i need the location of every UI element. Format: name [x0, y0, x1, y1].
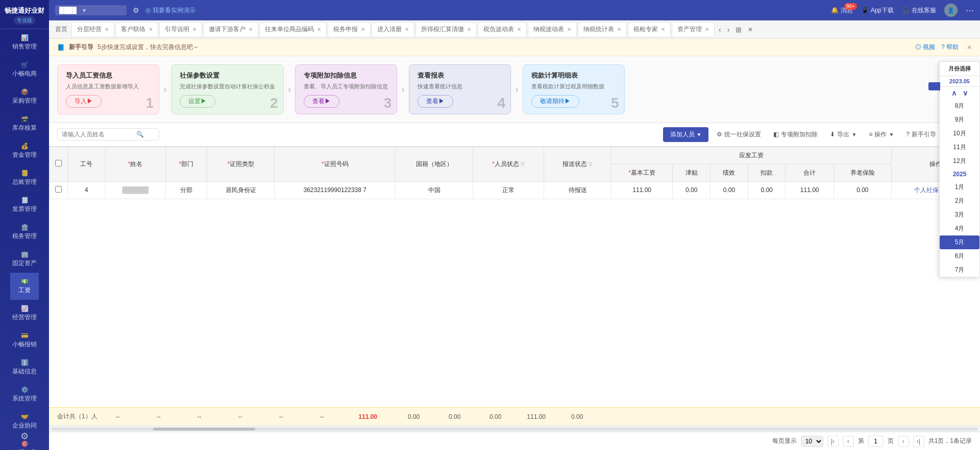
guide-help-link[interactable]: ? 帮助: [941, 43, 959, 52]
sidebar-item-发票管理[interactable]: 🧾发票管理: [10, 192, 39, 219]
row-checkbox[interactable]: [55, 186, 62, 193]
wizard-step-btn-4[interactable]: 查看▶: [418, 95, 453, 108]
personal-insurance-link[interactable]: 个人社保: [914, 186, 939, 194]
tab-close-icon[interactable]: ✕: [149, 27, 153, 32]
tab-税务申报[interactable]: 税务申报✕: [328, 22, 371, 37]
next-page-btn[interactable]: ›: [898, 436, 909, 447]
tab-close-icon[interactable]: ✕: [517, 27, 521, 32]
status-filter-icon[interactable]: ▽: [521, 161, 525, 167]
prev-page-btn[interactable]: ‹: [843, 436, 854, 447]
app-download-btn[interactable]: 📱 App下载: [861, 6, 894, 15]
scroll-track[interactable]: [51, 428, 978, 431]
tab-close-icon[interactable]: ✕: [105, 27, 109, 32]
tab-close-icon[interactable]: ✕: [661, 27, 665, 32]
sidebar-item-总账管理[interactable]: 📒总账管理: [10, 164, 39, 192]
tab-close-all[interactable]: ✕: [745, 26, 756, 33]
wizard-step-btn-3[interactable]: 查看▶: [304, 95, 339, 108]
sidebar-item-小畅电商[interactable]: 🛒小畅电商: [10, 56, 39, 83]
guide-video-link[interactable]: ◎ 视频: [915, 43, 935, 52]
page-number-input[interactable]: [868, 436, 884, 447]
tab-往来单位商品编码[interactable]: 往来单位商品编码✕: [259, 22, 327, 37]
month-item-1月[interactable]: 1月: [940, 180, 979, 194]
sidebar-item-资金管理[interactable]: 💰资金管理: [10, 137, 39, 164]
tab-close-icon[interactable]: ✕: [705, 27, 709, 32]
settings-icon[interactable]: ⚙: [133, 6, 139, 14]
tab-纳税波动表[interactable]: 纳税波动表✕: [528, 22, 577, 37]
message-btn[interactable]: 🔔 消息 99+: [831, 6, 853, 15]
month-item-9月[interactable]: 9月: [940, 113, 979, 127]
tab-分层经营[interactable]: 分层经营✕: [71, 22, 114, 37]
sidebar-item-工资[interactable]: 💵工资: [10, 273, 39, 300]
tab-close-icon[interactable]: ✕: [192, 27, 197, 32]
month-item-7月[interactable]: 7月: [940, 263, 979, 277]
wizard-step-desc-1: 人员信息及工资数据新增导入: [66, 82, 151, 91]
scroll-thumb[interactable]: [153, 428, 255, 431]
sidebar-item-系统管理[interactable]: ⚙️系统管理: [10, 381, 39, 408]
sidebar-item-库存核算[interactable]: 🗃️库存核算: [10, 110, 39, 137]
month-item-2月[interactable]: 2月: [940, 194, 979, 208]
month-item-4月[interactable]: 4月: [940, 222, 979, 235]
sidebar-item-税务管理[interactable]: 🏛️税务管理: [10, 219, 39, 246]
tab-客户联络[interactable]: 客户联络✕: [115, 22, 158, 37]
month-item-10月[interactable]: 10月: [940, 127, 979, 140]
tab-close-icon[interactable]: ✕: [317, 27, 321, 32]
export-btn[interactable]: ⬇ 导出 ▼: [826, 128, 861, 141]
search-icon[interactable]: 🔍: [136, 131, 144, 138]
tab-邀请下游客户[interactable]: 邀请下游客户✕: [203, 22, 258, 37]
sidebar-item-采购管理[interactable]: 📦采购管理: [10, 83, 39, 110]
last-page-btn[interactable]: ›|: [913, 436, 924, 447]
guide-btn[interactable]: ? 新手引导: [902, 128, 940, 141]
tab-所得税汇算清缴[interactable]: 所得税汇算清缴✕: [415, 22, 477, 37]
guide-close-btn[interactable]: ✕: [967, 44, 972, 51]
tab-nav-right[interactable]: ›: [724, 26, 733, 34]
sidebar-item-小畅报销[interactable]: 💳小畅报销: [10, 327, 39, 354]
month-item-11月[interactable]: 11月: [940, 140, 979, 154]
month-nav-down[interactable]: ∨: [963, 89, 968, 97]
expand-btn[interactable]: ⋯: [966, 6, 974, 15]
tab-home[interactable]: 首页: [51, 25, 71, 34]
tab-资产管理[interactable]: 资产管理✕: [672, 22, 715, 37]
operations-btn[interactable]: ≡ 操作 ▼: [865, 128, 898, 141]
wizard-step-btn-1[interactable]: 导入▶: [66, 95, 102, 108]
search-input[interactable]: [62, 131, 133, 138]
tab-close-icon[interactable]: ✕: [405, 27, 409, 32]
month-item-8月[interactable]: 8月: [940, 99, 979, 113]
tab-nav-left[interactable]: ‹: [716, 26, 724, 34]
month-nav-up[interactable]: ∧: [951, 89, 957, 97]
wizard-step-btn-2[interactable]: 设置▶: [180, 95, 215, 108]
add-person-button[interactable]: 添加人员 ▼: [663, 127, 709, 142]
page-size-select[interactable]: 10 20 50: [801, 436, 823, 447]
tab-nav-menu[interactable]: ⊞: [732, 26, 745, 34]
tab-税负波动表[interactable]: 税负波动表✕: [478, 22, 527, 37]
month-panel-tab[interactable]: 月份选择: [928, 82, 940, 90]
month-item-12月[interactable]: 12月: [940, 154, 979, 168]
first-page-btn[interactable]: |‹: [827, 436, 839, 447]
chevron-down-icon: ▼: [82, 8, 87, 13]
month-item-5月[interactable]: 5月: [940, 235, 979, 249]
tab-close-icon[interactable]: ✕: [249, 27, 253, 32]
report-filter-icon[interactable]: ▽: [589, 161, 593, 167]
tab-close-icon[interactable]: ✕: [467, 27, 471, 32]
month-item-3月[interactable]: 3月: [940, 208, 979, 222]
tab-进入清册[interactable]: 进入清册✕: [372, 22, 414, 37]
tab-close-icon[interactable]: ✕: [617, 27, 621, 32]
tab-close-icon[interactable]: ✕: [361, 27, 365, 32]
tab-纳税统计表[interactable]: 纳税统计表✕: [578, 22, 627, 37]
user-selector[interactable]: ████ ▼: [55, 5, 127, 15]
special-deduction-btn[interactable]: ◧ 专项附加扣除: [769, 128, 822, 141]
sidebar-settings-icon[interactable]: ⚙: [0, 431, 49, 442]
avatar[interactable]: 👤: [944, 4, 958, 17]
online-service-btn[interactable]: 🎧 在线客服: [902, 6, 936, 15]
sidebar-item-销售管理[interactable]: 📊销售管理: [10, 29, 39, 56]
tab-引导说明[interactable]: 引导说明✕: [159, 22, 202, 37]
wizard-step-btn-5[interactable]: 敬请期待▶: [531, 95, 579, 108]
unified-settings-btn[interactable]: ⚙ 统一社保设置: [713, 128, 765, 141]
month-item-6月[interactable]: 6月: [940, 249, 979, 263]
tab-税检专家[interactable]: 税检专家✕: [628, 22, 671, 37]
sidebar-item-经营管理[interactable]: 📈经营管理: [10, 300, 39, 327]
sidebar-item-基础信息[interactable]: ℹ️基础信息: [10, 354, 39, 381]
demo-link[interactable]: ◎ 我要看实例演示: [145, 6, 195, 15]
select-all-checkbox[interactable]: [55, 160, 62, 167]
sidebar-item-固定资产[interactable]: 🏢固定资产: [10, 246, 39, 273]
tab-close-icon[interactable]: ✕: [567, 27, 571, 32]
